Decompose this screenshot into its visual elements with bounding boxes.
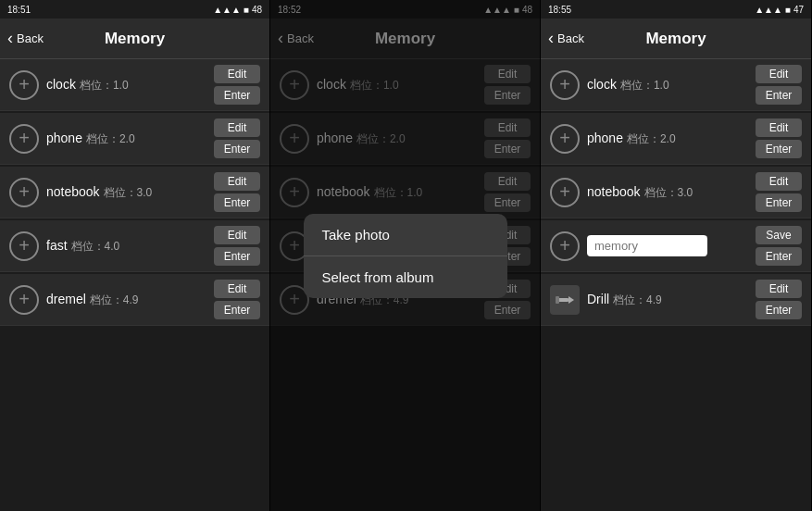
item-info-3-4: Drill 档位：4.9 xyxy=(587,292,752,308)
enter-button-3-4[interactable]: Enter xyxy=(756,301,802,319)
edit-button-1-1[interactable]: Edit xyxy=(214,118,260,137)
popup-select-album[interactable]: Select from album xyxy=(304,256,507,298)
enter-button-3-3[interactable]: Enter xyxy=(756,247,802,266)
status-bar-3: 18:55 ▲▲▲ ■ 47 xyxy=(541,0,811,19)
screen-2: 18:52 ▲▲▲ ■ 48 ‹ Back Memory + clock 档位：… xyxy=(270,0,541,511)
enter-button-1-4[interactable]: Enter xyxy=(214,301,260,319)
enter-button-3-1[interactable]: Enter xyxy=(756,140,802,158)
item-actions-1-2: Edit Enter xyxy=(214,172,260,212)
edit-button-1-4[interactable]: Edit xyxy=(214,280,260,298)
enter-button-3-2[interactable]: Enter xyxy=(756,193,802,212)
item-info-1-3: fast 档位：4.0 xyxy=(46,238,210,255)
list-item: + phone 档位：2.0 Edit Enter xyxy=(541,113,811,165)
list-item-drill: Drill 档位：4.9 Edit Enter xyxy=(541,274,811,326)
item-actions-1-3: Edit Enter xyxy=(214,226,260,266)
edit-button-1-3[interactable]: Edit xyxy=(214,226,260,244)
list-3: + clock 档位：1.0 Edit Enter + phone 档位：2.0 xyxy=(541,59,811,511)
back-label-1: Back xyxy=(17,31,44,45)
item-level-1-0: 档位：1.0 xyxy=(80,78,129,93)
add-icon-1-2[interactable]: + xyxy=(9,178,39,207)
edit-button-3-0[interactable]: Edit xyxy=(756,65,802,83)
item-level-3-2: 档位：3.0 xyxy=(644,185,693,201)
time-display-3: 18:55 xyxy=(548,5,571,15)
status-bar-1: 18:51 ▲▲▲ ■ 48 xyxy=(0,0,269,19)
item-actions-1-1: Edit Enter xyxy=(214,118,260,158)
item-level-3-4: 档位：4.9 xyxy=(613,293,662,308)
item-actions-3-4: Edit Enter xyxy=(756,280,802,319)
memory-input[interactable] xyxy=(587,235,707,256)
svg-marker-1 xyxy=(568,296,574,304)
enter-button-1-1[interactable]: Enter xyxy=(214,140,260,158)
battery-icon-3: ■ xyxy=(785,5,791,15)
save-button-3[interactable]: Save xyxy=(756,226,802,244)
nav-bar-1: ‹ Back Memory xyxy=(0,19,269,59)
svg-rect-2 xyxy=(556,296,559,304)
nav-title-3: Memory xyxy=(645,30,706,48)
nav-title-1: Memory xyxy=(105,30,165,48)
status-time-1: 18:51 xyxy=(7,5,31,15)
screen-1: 18:51 ▲▲▲ ■ 48 ‹ Back Memory + clock 档位：… xyxy=(0,0,270,511)
add-icon-3-3[interactable]: + xyxy=(550,231,580,261)
battery-level-3: 47 xyxy=(793,5,804,15)
item-level-1-1: 档位：2.0 xyxy=(86,131,135,147)
list-item: + fast 档位：4.0 Edit Enter xyxy=(0,220,269,272)
screen-3: 18:55 ▲▲▲ ■ 47 ‹ Back Memory + clock 档位：… xyxy=(541,0,811,511)
back-button-3[interactable]: ‹ Back xyxy=(548,29,584,48)
battery-icon-1: ■ xyxy=(244,5,249,15)
enter-button-1-2[interactable]: Enter xyxy=(214,193,260,212)
list-item: + phone 档位：2.0 Edit Enter xyxy=(0,113,269,165)
item-name-1-0: clock xyxy=(46,77,76,92)
item-info-1-1: phone 档位：2.0 xyxy=(46,131,210,147)
battery-level-1: 48 xyxy=(252,5,262,15)
list-item: + dremel 档位：4.9 Edit Enter xyxy=(0,274,269,326)
item-actions-1-0: Edit Enter xyxy=(214,65,260,105)
item-name-3-0: clock xyxy=(587,77,617,92)
popup-menu: Take photo Select from album xyxy=(304,214,507,298)
item-info-3-1: phone 档位：2.0 xyxy=(587,131,752,147)
edit-button-3-4[interactable]: Edit xyxy=(756,280,802,298)
item-name-1-3: fast xyxy=(46,238,68,253)
drill-thumbnail xyxy=(550,285,580,315)
item-actions-3-3: Save Enter xyxy=(756,226,802,266)
list-item-memory: + Save Enter xyxy=(541,220,811,272)
wifi-icon-1: ▲▲▲ xyxy=(213,5,241,15)
item-info-1-0: clock 档位：1.0 xyxy=(46,77,210,93)
add-icon-1-4[interactable]: + xyxy=(9,285,39,315)
edit-button-3-1[interactable]: Edit xyxy=(756,118,802,137)
enter-button-1-0[interactable]: Enter xyxy=(214,86,260,105)
nav-bar-3: ‹ Back Memory xyxy=(541,19,811,59)
back-button-1[interactable]: ‹ Back xyxy=(7,29,44,48)
add-icon-3-1[interactable]: + xyxy=(550,124,580,154)
item-info-3-2: notebook 档位：3.0 xyxy=(587,184,752,201)
edit-button-3-2[interactable]: Edit xyxy=(756,172,802,191)
add-icon-1-0[interactable]: + xyxy=(9,70,39,100)
item-name-1-1: phone xyxy=(46,131,82,145)
add-icon-1-3[interactable]: + xyxy=(9,231,39,261)
item-name-1-2: notebook xyxy=(46,184,100,199)
popup-overlay[interactable]: Take photo Select from album xyxy=(270,0,540,511)
item-info-3-0: clock 档位：1.0 xyxy=(587,77,752,93)
enter-button-3-0[interactable]: Enter xyxy=(756,86,802,105)
item-level-3-0: 档位：1.0 xyxy=(620,78,669,93)
item-info-1-4: dremel 档位：4.9 xyxy=(46,292,210,308)
item-actions-1-4: Edit Enter xyxy=(214,280,260,319)
item-info-1-2: notebook 档位：3.0 xyxy=(46,184,210,201)
back-arrow-icon-3: ‹ xyxy=(548,29,554,48)
item-name-3-1: phone xyxy=(587,131,623,145)
list-item: + notebook 档位：3.0 Edit Enter xyxy=(541,167,811,218)
item-level-1-4: 档位：4.9 xyxy=(90,293,139,308)
list-1: + clock 档位：1.0 Edit Enter + phone 档位：2.0 xyxy=(0,59,269,511)
list-item: + clock 档位：1.0 Edit Enter xyxy=(0,59,269,111)
edit-button-1-2[interactable]: Edit xyxy=(214,172,260,191)
status-icons-3: ▲▲▲ ■ 47 xyxy=(755,5,804,15)
wifi-icon-3: ▲▲▲ xyxy=(755,5,782,15)
popup-take-photo[interactable]: Take photo xyxy=(304,214,507,256)
item-name-1-4: dremel xyxy=(46,292,86,306)
edit-button-1-0[interactable]: Edit xyxy=(214,65,260,83)
list-item: + clock 档位：1.0 Edit Enter xyxy=(541,59,811,111)
add-icon-3-0[interactable]: + xyxy=(550,70,580,100)
add-icon-1-1[interactable]: + xyxy=(9,124,39,154)
add-icon-3-2[interactable]: + xyxy=(550,178,580,207)
enter-button-1-3[interactable]: Enter xyxy=(214,247,260,266)
item-level-1-2: 档位：3.0 xyxy=(104,185,153,201)
